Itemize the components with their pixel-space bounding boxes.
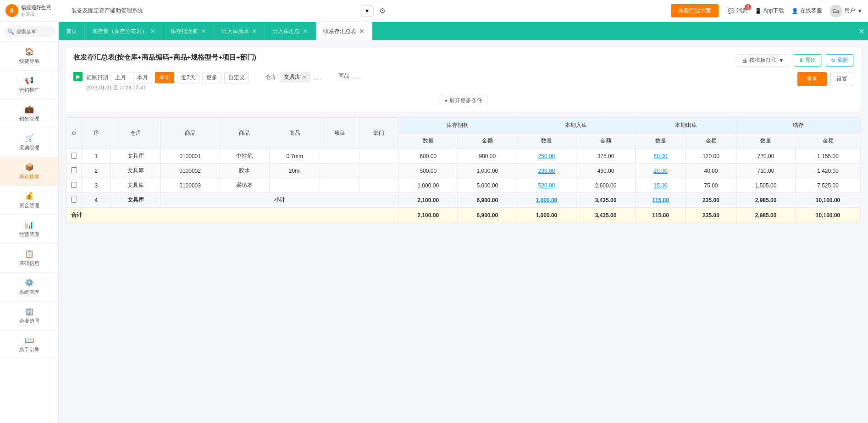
- table-row: 3文具库0100003采访本1,000.005,000.00520.002,60…: [66, 178, 861, 193]
- sidebar-item-inventory[interactable]: 📦 库存核算: [0, 157, 58, 186]
- sidebar-item-label: 企业协同: [19, 318, 39, 324]
- money-icon: 💰: [25, 192, 34, 200]
- tab-close-icon[interactable]: ✕: [303, 27, 308, 35]
- row-checkbox[interactable]: [71, 167, 77, 173]
- date-btn-last-7[interactable]: 近7天: [177, 72, 199, 83]
- th-close-amt: 金额: [796, 133, 861, 149]
- tab-close-icon[interactable]: ✕: [252, 27, 257, 35]
- expand-down-icon: ▾: [445, 98, 448, 104]
- row-checkbox[interactable]: [71, 182, 77, 188]
- date-filter: 记账日期 上月 本月 本年 近7天 更多 自定义: [86, 72, 249, 83]
- printer-icon: 🖨: [742, 57, 747, 64]
- row-checkbox[interactable]: [71, 153, 77, 159]
- th-opening-stock: 库存期初: [398, 118, 517, 133]
- tab-close-icon[interactable]: ✕: [201, 27, 206, 35]
- th-in-amt: 金额: [576, 133, 635, 149]
- sidebar-item-marketing[interactable]: 📢 营销推广: [0, 71, 58, 99]
- book-icon: 📖: [25, 336, 34, 345]
- th-close-qty: 数量: [736, 133, 796, 149]
- col-settings-header[interactable]: ⚙: [66, 118, 82, 149]
- sidebar-item-finance[interactable]: 💰 资金管理: [0, 186, 58, 215]
- th-spec: 商品: [270, 118, 320, 149]
- drill-down-link[interactable]: 115.00: [652, 197, 669, 203]
- filter-settings-button[interactable]: 设置: [830, 72, 853, 86]
- date-btn-this-month[interactable]: 本月: [133, 72, 152, 83]
- drill-down-link[interactable]: 1,000.00: [536, 197, 558, 203]
- sidebar-item-label: 系统管理: [19, 289, 39, 296]
- table-row: 2文具库0100002胶水20ml500.001,000.00230.00460…: [66, 164, 861, 178]
- tab-inout-summary[interactable]: 出入库汇总 ✕: [265, 22, 316, 40]
- tab-recv-send-summary[interactable]: 收发存汇总表 ✕: [316, 22, 372, 40]
- date-btn-custom[interactable]: 自定义: [224, 72, 249, 83]
- system-select[interactable]: ▼: [360, 5, 374, 16]
- page-header: 收发存汇总表(按仓库+商品编码+商品+规格型号+项目+部门) 🖨 按模板打印 ▼…: [66, 48, 861, 112]
- sidebar-item-purchase[interactable]: 🛒 采购管理: [0, 128, 58, 157]
- th-open-qty: 数量: [398, 133, 458, 149]
- experience-button[interactable]: 体验行业方案: [671, 4, 719, 17]
- tab-inout-flow[interactable]: 出入库流水 ✕: [214, 22, 265, 40]
- close-all-tabs-icon[interactable]: ✕: [858, 27, 864, 36]
- cart-icon: 🛒: [25, 134, 34, 143]
- message-badge: 6: [745, 4, 751, 10]
- sidebar: 🔍 🏠 快捷导航 📢 营销推广 💼 销售管理 🛒 采购管理 📦: [0, 22, 59, 423]
- refresh-button[interactable]: ↻ 刷新: [826, 54, 853, 66]
- sidebar-item-enterprise[interactable]: 🏢 企业协同: [0, 302, 58, 330]
- chart-icon: 📊: [25, 220, 34, 229]
- date-btn-more[interactable]: 更多: [202, 72, 221, 83]
- tab-label: 库存批次账: [171, 27, 198, 35]
- app-download-item[interactable]: 📱 App下载: [755, 7, 784, 15]
- col-settings-gear-icon[interactable]: ⚙: [72, 130, 77, 137]
- filter-expand-arrow[interactable]: ▶: [73, 72, 83, 81]
- tab-home[interactable]: 首页: [59, 22, 85, 40]
- tab-batch-ledger[interactable]: 库存批次账 ✕: [163, 22, 214, 40]
- dropdown-icon: ▼: [364, 8, 370, 14]
- refresh-label: 刷新: [837, 56, 848, 64]
- date-btn-this-year[interactable]: 本年: [155, 72, 174, 83]
- sidebar-item-quick-nav[interactable]: 🏠 快捷导航: [0, 42, 58, 71]
- sidebar-item-label: 营销推广: [19, 87, 39, 93]
- tab-inventory-dist[interactable]: 现存量（库存分布表） ✕: [85, 22, 163, 40]
- tab-close-icon[interactable]: ✕: [150, 27, 155, 35]
- search-input[interactable]: [16, 29, 53, 34]
- sidebar-item-operations[interactable]: 📊 经营管理: [0, 215, 58, 244]
- sidebar-item-basic-info[interactable]: 📋 基础信息: [0, 244, 58, 273]
- drill-down-link[interactable]: 250.00: [538, 153, 555, 159]
- warehouse-tag-text: 文具库: [284, 73, 300, 81]
- tab-close-icon[interactable]: ✕: [359, 27, 365, 35]
- user-item[interactable]: Ea 用户 ▼: [829, 5, 862, 17]
- search-icon: 🔍: [7, 28, 14, 35]
- box-icon: 📦: [25, 163, 34, 171]
- footer-open-qty: 2,100.00: [398, 208, 458, 223]
- search-area: 🔍: [0, 22, 58, 42]
- drill-down-link[interactable]: 20.00: [654, 168, 668, 174]
- megaphone-icon: 📢: [25, 76, 34, 85]
- warehouse-more-options[interactable]: ...: [314, 74, 322, 81]
- online-service-item[interactable]: 👤 在线客服: [791, 7, 822, 15]
- footer-row: 合计 2,100.00 6,900.00 1,000.00 3,435.00 1…: [66, 208, 861, 223]
- message-item[interactable]: 💬 消息 6: [728, 7, 747, 15]
- sidebar-item-sales[interactable]: 💼 销售管理: [0, 99, 58, 128]
- drill-down-link[interactable]: 15.00: [654, 182, 668, 189]
- table-row: 4文具库小计2,100.006,900.001,000.003,435.0011…: [66, 193, 861, 208]
- footer-close-qty: 2,985.00: [736, 208, 796, 223]
- drill-down-link[interactable]: 80.00: [654, 153, 668, 159]
- drill-down-link[interactable]: 520.00: [538, 182, 555, 189]
- drill-down-link[interactable]: 230.00: [538, 168, 555, 174]
- export-button[interactable]: ⬇ 导出: [794, 54, 821, 66]
- date-btn-last-month[interactable]: 上月: [111, 72, 130, 83]
- warehouse-tag: 文具库 ✕: [280, 72, 310, 82]
- sidebar-item-guide[interactable]: 📖 新手引导: [0, 330, 58, 359]
- query-button[interactable]: 查询: [797, 72, 827, 86]
- footer-close-amt: 10,100.00: [796, 208, 861, 223]
- user-label: 用户: [844, 7, 855, 15]
- sidebar-item-system[interactable]: ⚙️ 系统管理: [0, 273, 58, 302]
- goods-more-options[interactable]: ...: [353, 72, 361, 80]
- warehouse-remove-icon[interactable]: ✕: [302, 74, 307, 81]
- row-checkbox[interactable]: [71, 197, 77, 203]
- expand-more-button[interactable]: ▾ 展开更多条件: [440, 95, 487, 106]
- th-code: 商品: [160, 118, 220, 149]
- print-template-button[interactable]: 🖨 按模板打印 ▼: [737, 54, 789, 66]
- warehouse-label: 仓库: [265, 73, 276, 81]
- th-in-qty: 数量: [517, 133, 576, 149]
- settings-gear-icon[interactable]: ⚙: [379, 6, 386, 15]
